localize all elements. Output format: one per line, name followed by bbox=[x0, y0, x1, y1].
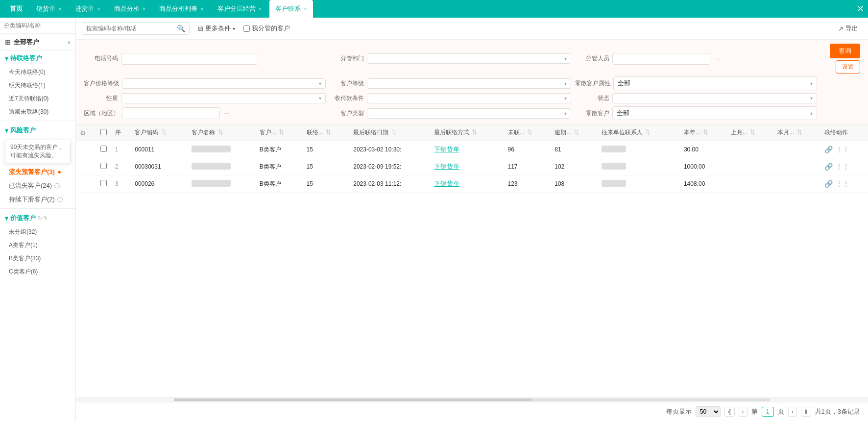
this-month-col-header[interactable]: 本月... ⇅ bbox=[773, 124, 820, 141]
code-col-header[interactable]: 客户编码 ⇅ bbox=[131, 124, 188, 141]
row-last-method: 下销货单 bbox=[430, 158, 504, 175]
collapse-icon[interactable]: « bbox=[68, 39, 71, 45]
row-last-method: 下销货单 bbox=[430, 141, 504, 158]
sidebar-search-input[interactable] bbox=[4, 22, 76, 29]
table-settings-icon[interactable]: ⚙ bbox=[80, 129, 86, 137]
phone-input[interactable] bbox=[121, 53, 258, 65]
payment-select[interactable]: ▾ bbox=[367, 93, 572, 103]
sidebar-item-week[interactable]: 近7天待联络(0) bbox=[0, 92, 75, 105]
close-goods-analysis-icon[interactable]: × bbox=[143, 6, 145, 12]
scrollbar-track bbox=[174, 398, 770, 401]
prev-page-button[interactable]: ‹ bbox=[739, 407, 747, 417]
scrollbar-thumb[interactable] bbox=[174, 398, 531, 401]
search-input[interactable] bbox=[86, 25, 175, 32]
nav-customer-tier[interactable]: 客户分层经营 × bbox=[212, 0, 267, 18]
filter-more-button[interactable]: ⊟ 更多条件 ▾ bbox=[193, 22, 240, 35]
close-customer-tier-icon[interactable]: × bbox=[259, 6, 262, 12]
customer-type-select[interactable]: ▾ bbox=[367, 108, 572, 119]
action-link-icon[interactable]: 🔗 bbox=[824, 163, 833, 171]
close-customer-contact-icon[interactable]: × bbox=[304, 6, 307, 12]
close-goods-list-icon[interactable]: × bbox=[200, 6, 203, 12]
retail-attr-select[interactable]: 全部 ▾ bbox=[613, 76, 817, 90]
region-more-icon[interactable]: ··· bbox=[223, 110, 232, 117]
search-button[interactable]: 🔍 bbox=[177, 25, 185, 32]
row-this-month bbox=[773, 158, 820, 175]
row-select-checkbox[interactable] bbox=[100, 146, 107, 152]
refresh-icon[interactable]: ↻ bbox=[38, 215, 42, 222]
type-col-header[interactable]: 客户... ⇅ bbox=[256, 124, 303, 141]
row-index: 1 bbox=[111, 141, 131, 158]
sidebar-item-class-a[interactable]: A类客户(1) bbox=[0, 239, 75, 252]
close-sales-icon[interactable]: × bbox=[58, 6, 61, 12]
search-input-wrap: 🔍 bbox=[82, 22, 190, 35]
nature-select[interactable]: ▾ bbox=[121, 93, 326, 103]
first-page-button[interactable]: ⟪ bbox=[724, 407, 735, 417]
nav-purchase[interactable]: 进货单 × bbox=[69, 0, 106, 18]
sidebar-item-overdue[interactable]: 逾期未联络(30) bbox=[0, 105, 75, 119]
customer-grade-select[interactable]: ▾ bbox=[367, 78, 572, 89]
region-input[interactable] bbox=[122, 107, 220, 119]
last-page-button[interactable]: ⟫ bbox=[801, 407, 811, 417]
sidebar-item-class-c[interactable]: C类客户(6) bbox=[0, 265, 75, 278]
close-purchase-icon[interactable]: × bbox=[97, 6, 100, 12]
action-col-header: 联络动作 bbox=[820, 124, 868, 141]
dept-select[interactable]: ▾ bbox=[367, 53, 572, 64]
action-link-icon[interactable]: 🔗 bbox=[824, 146, 833, 153]
horizontal-scrollbar[interactable] bbox=[76, 397, 868, 402]
query-button[interactable]: 查询 bbox=[830, 44, 860, 58]
price-grade-select[interactable]: ▾ bbox=[122, 78, 326, 89]
sidebar-item-churned[interactable]: 已流失客户(24) ⓘ bbox=[0, 179, 75, 193]
sidebar-all-customers[interactable]: ⊞ 全部客户 « bbox=[0, 34, 75, 51]
year-amount-col-header[interactable]: 本年... ⇅ bbox=[680, 124, 727, 141]
group-risk-header[interactable]: ▾ 风险客户 bbox=[0, 123, 75, 138]
status-select[interactable]: ▾ bbox=[612, 93, 817, 103]
manager-input[interactable] bbox=[612, 53, 710, 65]
contact-col-header[interactable]: 联络... ⇅ bbox=[303, 124, 350, 141]
group-value-header[interactable]: ▾ 价值客户 ↻ ✎ bbox=[0, 211, 75, 225]
manager-more-icon[interactable]: ··· bbox=[713, 55, 722, 62]
row-index: 2 bbox=[111, 158, 131, 175]
row-select-checkbox[interactable] bbox=[100, 163, 107, 169]
overdue-col-header[interactable]: 逾期... ⇅ bbox=[551, 124, 598, 141]
nav-goods-list[interactable]: 商品分析列表 × bbox=[153, 0, 209, 18]
last-date-col-header[interactable]: 最后联络日期 ⇅ bbox=[349, 124, 430, 141]
uncontacted-sort-icon: ⇅ bbox=[527, 128, 532, 136]
select-all-checkbox[interactable] bbox=[100, 129, 107, 135]
current-page[interactable]: 1 bbox=[762, 407, 774, 417]
filter-region: 区域（地区） ··· bbox=[84, 107, 326, 119]
sidebar-item-churn-warning[interactable]: 流失预警客户(3) ● bbox=[0, 165, 75, 179]
action-more-icon[interactable]: ⋮⋮ bbox=[836, 163, 849, 171]
settings-button[interactable]: 设置 bbox=[836, 60, 860, 74]
sidebar-item-class-b[interactable]: B类客户(33) bbox=[0, 252, 75, 265]
row-code: 000011 bbox=[131, 141, 188, 158]
nav-sales[interactable]: 销货单 × bbox=[30, 0, 67, 18]
action-more-icon[interactable]: ⋮⋮ bbox=[836, 180, 849, 188]
sidebar-item-ungrouped[interactable]: 未分组(32) bbox=[0, 225, 75, 239]
name-col-header[interactable]: 客户名称 ⇅ bbox=[188, 124, 256, 141]
group-pending-header[interactable]: ▾ 待联络客户 bbox=[0, 51, 75, 66]
close-all-button[interactable]: ✕ bbox=[857, 3, 864, 14]
sidebar-item-declining[interactable]: 持续下滑客户(2) ⓘ bbox=[0, 193, 75, 206]
uncontacted-col-header[interactable]: 未联... ⇅ bbox=[504, 124, 551, 141]
action-more-icon[interactable]: ⋮⋮ bbox=[836, 146, 849, 153]
edit-icon[interactable]: ✎ bbox=[43, 215, 48, 222]
contact2-col-header[interactable]: 往来单位联系人 ⇅ bbox=[598, 124, 680, 141]
sidebar-item-today[interactable]: 今天待联络(0) bbox=[0, 66, 75, 79]
per-page-select[interactable]: 50 100 200 bbox=[696, 406, 721, 417]
action-link-icon[interactable]: 🔗 bbox=[824, 180, 833, 188]
export-button[interactable]: ↗ 导出 bbox=[834, 22, 862, 35]
sidebar-item-tomorrow[interactable]: 明天待联络(1) bbox=[0, 79, 75, 92]
nav-goods-analysis[interactable]: 商品分析 × bbox=[108, 0, 151, 18]
row-select-checkbox[interactable] bbox=[100, 180, 107, 186]
row-uncontacted: 96 bbox=[504, 141, 551, 158]
row-checkbox bbox=[96, 141, 111, 158]
row-this-month bbox=[773, 175, 820, 193]
nav-home[interactable]: 首页 bbox=[4, 0, 28, 18]
my-customer-checkbox[interactable] bbox=[243, 25, 250, 32]
row-contact: 15 bbox=[303, 175, 350, 193]
next-page-button[interactable]: › bbox=[788, 407, 797, 417]
last-method-col-header[interactable]: 最后联络方式 ⇅ bbox=[430, 124, 504, 141]
retail-customer-select[interactable]: 全部 ▾ bbox=[612, 106, 817, 120]
nav-customer-contact[interactable]: 客户联系 × bbox=[269, 0, 313, 18]
last-month-col-header[interactable]: 上月... ⇅ bbox=[727, 124, 774, 141]
